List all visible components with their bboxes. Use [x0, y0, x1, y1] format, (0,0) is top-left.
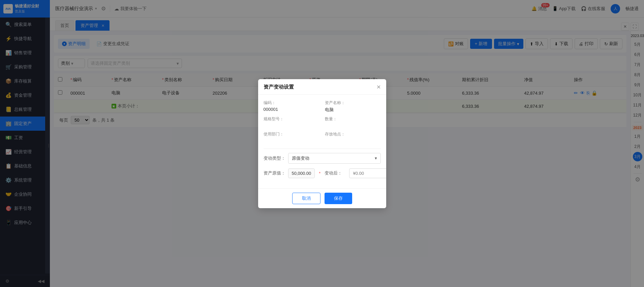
spec-value	[264, 123, 319, 128]
spec-label: 规格型号：	[264, 116, 319, 122]
original-value-row: 资产原值： 50,000.00 * 变动后：	[264, 168, 381, 178]
change-type-select[interactable]: 原值变动 ▾	[288, 153, 381, 164]
modal-footer: 取消 保存	[258, 188, 386, 208]
dept-value	[264, 138, 319, 143]
quantity-value	[325, 123, 381, 128]
modal-code-field: 编码： 000001	[264, 100, 319, 113]
code-label: 编码：	[264, 100, 319, 106]
modal-asset-name-field: 资产名称： 电脑	[325, 100, 381, 113]
original-value-label: 资产原值：	[264, 170, 285, 176]
change-type-label: 变动类型：	[264, 155, 285, 161]
save-btn[interactable]: 保存	[325, 193, 352, 204]
original-value-input: 50,000.00	[288, 168, 315, 178]
modal-close-btn[interactable]: ✕	[376, 84, 381, 90]
modal-dept-field: 使用部门：	[264, 131, 319, 143]
asset-name-value: 电脑	[325, 107, 381, 113]
change-type-dropdown-icon: ▾	[375, 156, 377, 161]
after-value-label: 变动后：	[325, 170, 346, 176]
modal-quantity-field: 数量：	[325, 116, 381, 128]
location-label: 存放地点：	[325, 131, 381, 137]
modal-divider	[264, 149, 381, 149]
code-value: 000001	[264, 107, 319, 112]
location-value	[325, 138, 381, 143]
modal-body: 编码： 000001 资产名称： 电脑 规格型号： 数量： 使用部门：	[258, 95, 386, 188]
asset-change-modal: 资产变动设置 ✕ 编码： 000001 资产名称： 电脑 规格型号： 数量：	[258, 79, 386, 208]
change-type-row: 变动类型： 原值变动 ▾	[264, 153, 381, 164]
required-star: *	[319, 171, 320, 176]
quantity-label: 数量：	[325, 116, 381, 122]
modal-overlay: 资产变动设置 ✕ 编码： 000001 资产名称： 电脑 规格型号： 数量：	[0, 0, 644, 287]
modal-location-field: 存放地点：	[325, 131, 381, 143]
modal-title: 资产变动设置	[264, 84, 294, 90]
modal-info-grid: 编码： 000001 资产名称： 电脑 规格型号： 数量： 使用部门：	[264, 100, 381, 143]
after-value-input[interactable]	[349, 168, 386, 178]
modal-header: 资产变动设置 ✕	[258, 79, 386, 95]
cancel-btn[interactable]: 取消	[292, 193, 320, 204]
modal-spec-field: 规格型号：	[264, 116, 319, 128]
dept-label: 使用部门：	[264, 131, 319, 137]
asset-name-label: 资产名称：	[325, 100, 381, 106]
